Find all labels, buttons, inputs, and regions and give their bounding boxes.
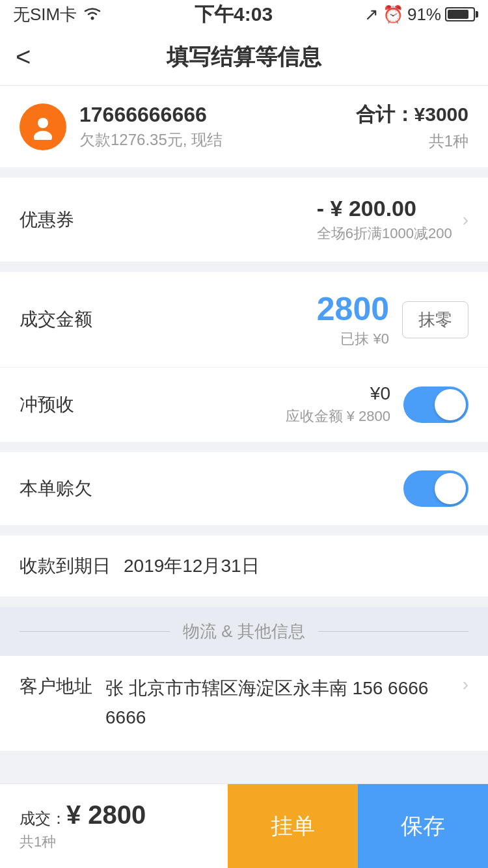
due-date-label: 收款到期日 [20, 554, 111, 578]
customer-right: 合计：¥3000 共1种 [356, 102, 468, 152]
total-amount: 合计：¥3000 [356, 102, 468, 128]
prepay-amount: ¥0 [286, 383, 390, 404]
round-button[interactable]: 抹零 [402, 301, 468, 338]
address-left: 客户地址 张 北京市市辖区海淀区永丰南 156 6666 6666 [20, 674, 463, 733]
svg-point-2 [34, 131, 52, 140]
deal-section: 成交金额 2800 已抹 ¥0 抹零 冲预收 ¥0 应收金额 ¥ 2800 [0, 272, 488, 442]
bottom-count: 共1种 [20, 832, 208, 852]
coupon-right: - ¥ 200.00 全场6折满1000减200 › [317, 196, 468, 243]
prepay-right: ¥0 应收金额 ¥ 2800 [286, 383, 468, 426]
coupon-row[interactable]: 优惠券 - ¥ 200.00 全场6折满1000减200 › [0, 178, 488, 262]
battery-fill [448, 10, 468, 19]
status-bar: 无SIM卡 下午4:03 ↗ ⏰ 91% [0, 0, 488, 29]
divider-section: 物流 & 其他信息 [0, 607, 488, 656]
save-button[interactable]: 保存 [358, 784, 488, 869]
divider-label: 物流 & 其他信息 [183, 620, 305, 643]
address-label: 客户地址 [20, 674, 92, 699]
address-chevron-icon: › [463, 674, 468, 695]
debt-toggle-knob [435, 473, 466, 504]
status-right: ↗ ⏰ 91% [364, 5, 475, 25]
customer-subtext: 欠款1276.35元, 现结 [79, 129, 223, 150]
hang-button[interactable]: 挂单 [228, 784, 358, 869]
toggle-knob [435, 389, 466, 420]
coupon-value: - ¥ 200.00 [317, 196, 452, 221]
status-time: 下午4:03 [195, 1, 273, 28]
bottom-deal-label: 成交：¥ 2800 [20, 800, 208, 830]
debt-label: 本单赊欠 [20, 476, 92, 501]
customer-row: 17666666666 欠款1276.35元, 现结 合计：¥3000 共1种 [0, 86, 488, 167]
bottom-bar: 成交：¥ 2800 共1种 挂单 保存 [0, 783, 488, 868]
prepay-row: 冲预收 ¥0 应收金额 ¥ 2800 [0, 367, 488, 442]
svg-point-1 [38, 118, 48, 128]
carrier-text: 无SIM卡 [13, 3, 77, 26]
customer-phone: 17666666666 [79, 103, 223, 127]
deal-right: 2800 已抹 ¥0 抹零 [317, 290, 468, 349]
divider-line-left [20, 631, 170, 632]
content: 17666666666 欠款1276.35元, 现结 合计：¥3000 共1种 … [0, 86, 488, 868]
coupon-section: 优惠券 - ¥ 200.00 全场6折满1000减200 › [0, 178, 488, 262]
alarm-icon: ⏰ [383, 5, 403, 25]
deal-sub: 已抹 ¥0 [317, 329, 389, 349]
location-icon: ↗ [364, 5, 379, 25]
customer-left: 17666666666 欠款1276.35元, 现结 [20, 103, 223, 150]
due-date-value: 2019年12月31日 [124, 554, 260, 578]
divider-line-right [318, 631, 468, 632]
debt-section: 本单赊欠 [0, 452, 488, 525]
coupon-subtext: 全场6折满1000减200 [317, 224, 452, 243]
deal-amount-value: 2800 [317, 290, 389, 328]
customer-info: 17666666666 欠款1276.35元, 现结 [79, 103, 223, 150]
address-section[interactable]: 客户地址 张 北京市市辖区海淀区永丰南 156 6666 6666 › [0, 656, 488, 751]
page-title: 填写结算等信息 [167, 42, 321, 72]
total-count: 共1种 [356, 131, 468, 152]
status-left: 无SIM卡 [13, 3, 103, 26]
back-button[interactable]: < [16, 42, 31, 72]
bottom-left: 成交：¥ 2800 共1种 [0, 800, 228, 852]
bottom-deal-amount: ¥ 2800 [66, 800, 146, 829]
coupon-label: 优惠券 [20, 208, 74, 232]
deal-row: 成交金额 2800 已抹 ¥0 抹零 [0, 272, 488, 367]
due-date-row: 收款到期日 2019年12月31日 [0, 536, 488, 597]
prepay-toggle[interactable] [403, 387, 468, 423]
prepay-label: 冲预收 [20, 392, 74, 417]
address-value: 张 北京市市辖区海淀区永丰南 156 6666 6666 [105, 674, 463, 733]
prepay-sub: 应收金额 ¥ 2800 [286, 407, 390, 426]
svg-point-0 [91, 16, 94, 20]
nav-bar: < 填写结算等信息 [0, 29, 488, 86]
avatar [20, 103, 66, 150]
coupon-chevron-icon: › [463, 210, 468, 230]
battery-text: 91% [407, 5, 441, 25]
debt-toggle[interactable] [403, 470, 468, 507]
wifi-icon [82, 5, 103, 25]
deal-label: 成交金额 [20, 307, 92, 332]
battery-icon [445, 7, 475, 21]
